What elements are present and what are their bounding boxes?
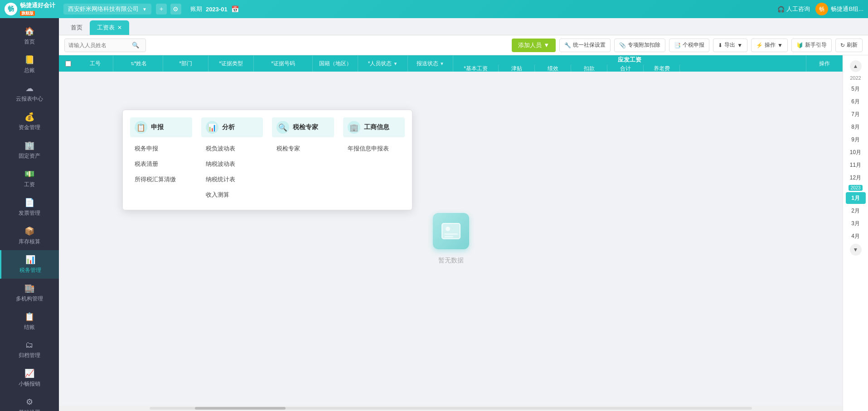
calendar-month-9[interactable]: 9月 [846,134,866,145]
social-security-label: 统一社保设置 [573,41,606,49]
operation-button[interactable]: ⚡ 操作 ▼ [751,39,788,52]
export-button[interactable]: ⬇ 导出 ▼ [713,39,747,52]
calendar-month-12[interactable]: 12月 [846,172,866,184]
declaration-header: 📋 申报 [130,117,192,137]
th-report-status[interactable]: 报送状态 ▼ [408,55,453,72]
refresh-icon: ↻ [840,42,845,48]
inventory-icon: 📦 [24,226,34,236]
calendar-month-2023-2[interactable]: 2月 [846,205,866,217]
sidebar-item-settings[interactable]: ⚙ 基础设置 [0,392,59,411]
tab-close-icon[interactable]: ✕ [117,24,122,31]
calendar-down-button[interactable]: ▼ [850,244,862,256]
sidebar-item-funds[interactable]: 💰 资金管理 [0,107,59,136]
company-selector[interactable]: 西安虾米网络科技有限公司 ▼ [63,4,151,15]
special-deduct-button[interactable]: 📎 专项附加扣除 [614,39,665,52]
th-base-salary: *基本工资 [453,65,499,73]
menu-item-tax-payment[interactable]: 纳税波动表 [201,156,263,172]
th-operation: 操作 [806,55,843,72]
sidebar-item-multi-org[interactable]: 🏬 多机构管理 [0,279,59,307]
sidebar-item-payroll[interactable]: 💵 工资 [0,164,59,193]
tab-home[interactable]: 首页 [63,20,90,35]
calendar-up-button[interactable]: ▲ [850,60,862,72]
content-area: 首页 工资表 ✕ 🔍 添加人员 ▼ 🔧 统一社保设置 📎 [59,18,868,411]
settings-gear-icon: ⚙ [26,397,33,407]
new-guide-icon: 🔰 [796,42,803,48]
select-all-checkbox[interactable] [65,61,71,67]
report-status-filter-icon: ▼ [440,61,444,66]
refresh-label: 刷新 [847,41,858,49]
sidebar-item-report[interactable]: 📈 小畅报销 [0,364,59,392]
calendar-month-11[interactable]: 11月 [846,159,866,171]
sidebar-item-archive[interactable]: 🗂 归档管理 [0,336,59,364]
report-icon: 📈 [24,368,34,378]
th-pension: 养老费 [644,65,680,73]
menu-item-annual-report[interactable]: 年报信息申报表 [343,141,405,156]
sidebar-item-inventory[interactable]: 📦 库存核算 [0,222,59,250]
th-nation: 国籍（地区） [313,55,358,72]
add-person-dropdown-arrow: ▼ [543,42,549,48]
tax-dropdown-menu: 📋 申报 税务申报 税表清册 所得税汇算清缴 📊 分析 [122,110,412,210]
sidebar-item-ledger[interactable]: 📒 总账 [0,50,59,79]
scroll-thumb[interactable] [195,407,286,410]
search-input[interactable] [68,42,132,48]
refresh-button[interactable]: ↻ 刷新 [835,39,863,52]
tab-bar: 首页 工资表 ✕ [59,18,868,35]
add-company-icon[interactable]: ＋ [156,4,167,15]
sidebar-item-assets[interactable]: 🏢 固定资产 [0,136,59,164]
menu-item-income-tax-settlement[interactable]: 所得税汇算清缴 [130,172,192,187]
calendar-month-2023-3[interactable]: 3月 [846,218,866,229]
bottom-scrollbar[interactable] [59,406,843,411]
menu-item-tax-expert[interactable]: 税检专家 [272,141,334,156]
menu-item-tax-stats[interactable]: 纳税统计表 [201,172,263,187]
menu-item-tax-burden[interactable]: 税负波动表 [201,141,263,156]
export-label: 导出 [724,41,735,49]
support-label: 人工咨询 [786,5,810,13]
calendar-month-10[interactable]: 10月 [846,146,866,158]
sidebar-item-settle[interactable]: 📋 结账 [0,307,59,336]
calendar-month-6[interactable]: 6月 [846,96,866,107]
menu-item-tax-declaration[interactable]: 税务申报 [130,141,192,156]
tax-expert-icon: 🔍 [276,121,289,134]
business-title: 工商信息 [364,123,389,131]
tab-payroll[interactable]: 工资表 ✕ [90,20,129,35]
calendar-month-2023-4[interactable]: 4月 [846,230,866,242]
user-avatar: 畅 [815,3,828,15]
calendar-month-2023-1[interactable]: 1月 [846,192,866,204]
new-guide-button[interactable]: 🔰 新手引导 [791,39,832,52]
invoice-icon: 📄 [24,198,34,208]
top-bar-right: 🎧 人工咨询 畅 畅捷通B组... [777,3,863,15]
settings-icon[interactable]: ⚙ [170,4,181,15]
declaration-icon: 📋 [135,121,147,134]
menu-item-income-estimate[interactable]: 收入测算 [201,187,263,203]
sidebar: 🏠 首页 📒 总账 ☁ 云报表中心 💰 资金管理 🏢 固定资产 💵 工资 📄 发… [0,18,59,411]
period-info: 账期 2023-01 📅 [190,5,239,13]
sidebar-item-home[interactable]: 🏠 首页 [0,22,59,50]
dropdown-col-business: 🏢 工商信息 年报信息申报表 [343,117,405,203]
th-status[interactable]: *人员状态 ▼ [358,55,408,72]
analysis-header: 📊 分析 [201,117,263,137]
app-logo-icon: 畅 [5,3,17,15]
individual-tax-button[interactable]: 📑 个税申报 [669,39,709,52]
individual-tax-label: 个税申报 [683,41,704,49]
logo-area: 畅 畅捷通好会计 旗舰版 [5,2,59,16]
th-performance: 绩效 [535,65,571,73]
sidebar-item-tax[interactable]: 📊 税务管理 [0,250,59,279]
menu-item-tax-table-list[interactable]: 税表清册 [130,156,192,172]
analysis-title: 分析 [222,123,235,131]
sidebar-item-invoice[interactable]: 📄 发票管理 [0,193,59,222]
calendar-month-8[interactable]: 8月 [846,121,866,133]
dropdown-col-tax-expert: 🔍 税检专家 税检专家 [272,117,334,203]
th-checkbox[interactable] [59,61,77,67]
calendar-month-5[interactable]: 5月 [846,83,866,95]
svg-rect-2 [444,233,458,235]
support-button[interactable]: 🎧 人工咨询 [777,5,810,13]
add-person-button[interactable]: 添加人员 ▼ [512,39,556,52]
period-calendar-icon[interactable]: 📅 [231,5,239,13]
search-input-wrap[interactable]: 🔍 [64,39,146,52]
main-layout: 🏠 首页 📒 总账 ☁ 云报表中心 💰 资金管理 🏢 固定资产 💵 工资 📄 发… [0,18,868,411]
calendar-month-7[interactable]: 7月 [846,108,866,120]
social-security-button[interactable]: 🔧 统一社保设置 [559,39,611,52]
th-name[interactable]: ⇅ *姓名 [113,55,163,72]
svg-point-1 [446,227,450,231]
sidebar-item-cloud[interactable]: ☁ 云报表中心 [0,79,59,107]
